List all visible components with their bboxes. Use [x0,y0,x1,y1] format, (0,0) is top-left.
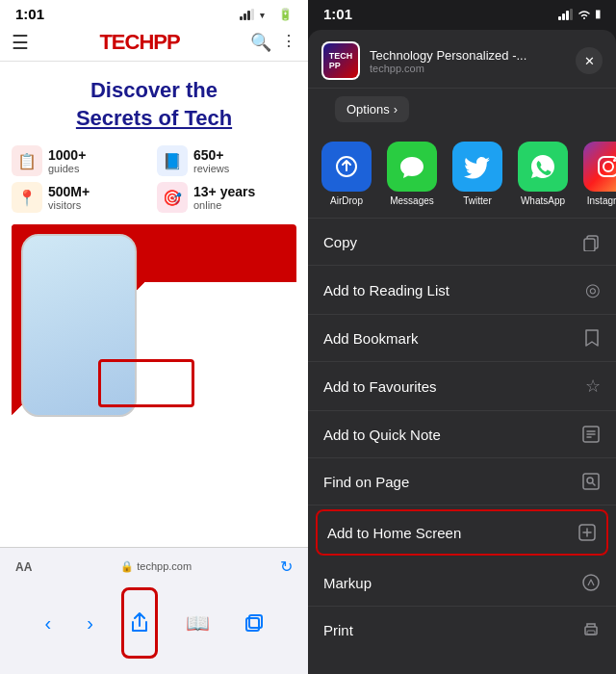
nav-icons: 🔍 ⋮ [250,32,296,53]
svg-rect-10 [570,9,573,20]
right-status-icons: ▮ [558,8,601,20]
svg-rect-16 [584,239,595,251]
close-button[interactable]: ✕ [576,47,603,74]
site-favicon: TECHPP [321,41,360,80]
menu-item-bookmark[interactable]: Add Bookmark [308,315,616,362]
app-icon-messages[interactable]: Messages [387,142,437,206]
reading-list-icon: ◎ [585,279,601,300]
app-icon-instagram[interactable]: Instagram [583,142,616,206]
stats-grid: 📋 1000+ guides 📘 650+ reviews 📍 500M+ vi… [12,145,296,213]
app-icons-row: AirDrop Messages Twitter [308,134,616,219]
stat-visitors: 📍 500M+ visitors [12,182,151,213]
left-panel: 1:01 ▾ 🔋 ☰ TECHPP 🔍 ⋮ Discover the Se [0,0,308,674]
favourites-icon: ☆ [585,376,601,397]
share-site-title: Technology Personalized -... [370,48,566,63]
left-status-bar: 1:01 ▾ 🔋 [0,0,308,26]
stat-guides: 📋 1000+ guides [12,145,151,176]
menu-item-print[interactable]: Print [308,607,616,653]
right-wifi-icon [578,9,591,20]
share-button[interactable] [130,588,149,657]
phone-image [12,224,296,417]
bookmarks-button[interactable]: 📖 [178,608,218,638]
forward-button[interactable]: › [79,609,101,638]
menu-item-markup[interactable]: Markup [308,559,616,607]
options-button[interactable]: Options › [335,96,409,122]
wifi-icon: ▾ [259,9,274,20]
stat-text-visitors: 500M+ visitors [48,184,90,211]
stat-text-guides: 1000+ guides [48,147,86,174]
copy-icon [581,232,601,251]
right-signal-icon [558,9,574,20]
markup-icon [581,573,601,592]
svg-text:▾: ▾ [259,11,265,20]
red-box-annotation [98,359,194,407]
share-site-url: techpp.com [370,63,566,74]
url-bar: AA 🔒 techpp.com ↻ [8,554,300,580]
left-bottom-bar: AA 🔒 techpp.com ↻ ‹ › 📖 [0,547,308,674]
left-status-icons: ▾ 🔋 [240,8,293,21]
left-content: Discover the Secrets of Tech 📋 1000+ gui… [0,62,308,547]
left-status-time: 1:01 [15,6,44,22]
svg-point-21 [583,575,599,590]
stat-icon-guides: 📋 [12,145,42,176]
svg-rect-8 [562,13,565,20]
share-site-info: Technology Personalized -... techpp.com [370,48,566,74]
stat-icon-reviews: 📘 [157,145,188,176]
bookmark-icon [583,328,601,348]
svg-rect-9 [566,11,569,20]
svg-rect-18 [583,474,599,489]
app-icon-whatsapp[interactable]: WhatsApp [518,142,568,206]
search-icon[interactable]: 🔍 [250,32,271,53]
stat-icon-years: 🎯 [157,182,188,213]
instagram-icon-bg [583,142,616,192]
stat-years: 🎯 13+ years online [157,182,296,213]
menu-item-reading-list[interactable]: Add to Reading List ◎ [308,266,616,315]
share-header: TECHPP Technology Personalized -... tech… [308,30,616,89]
menu-list: Copy Add to Reading List ◎ Add Bookmark [308,219,616,674]
svg-rect-7 [558,16,561,20]
favicon-inner: TECHPP [323,43,358,78]
airdrop-label: AirDrop [330,195,363,206]
hamburger-icon[interactable]: ☰ [12,31,29,54]
twitter-icon-bg [452,142,502,192]
find-on-page-icon [581,472,601,491]
svg-rect-5 [246,618,259,631]
right-battery-icon: ▮ [595,8,601,20]
site-logo: TECHPP [99,30,179,55]
stat-icon-visitors: 📍 [12,182,42,213]
menu-item-find-on-page[interactable]: Find on Page [308,458,616,506]
whatsapp-icon-bg [518,142,568,192]
refresh-icon[interactable]: ↻ [280,557,293,576]
svg-rect-2 [247,11,250,20]
stat-reviews: 📘 650+ reviews [157,145,296,176]
stat-text-years: 13+ years online [193,184,255,211]
text-size-control[interactable]: AA [15,560,32,574]
battery-icon: 🔋 [278,8,293,21]
right-panel: 1:01 ▮ TECHPP Technology Personalized -.… [308,0,616,674]
svg-rect-1 [244,13,246,20]
share-sheet: TECHPP Technology Personalized -... tech… [308,30,616,674]
instagram-label: Instagram [587,195,616,206]
stat-text-reviews: 650+ reviews [193,147,229,174]
back-button[interactable]: ‹ [38,609,60,638]
tabs-button[interactable] [238,610,270,635]
menu-item-quick-note[interactable]: Add to Quick Note [308,411,616,458]
menu-item-favourites[interactable]: Add to Favourites ☆ [308,362,616,411]
print-icon [581,620,601,639]
signal-icon [240,9,255,20]
right-status-time: 1:01 [323,6,352,22]
airdrop-icon-bg [321,142,372,192]
menu-item-home-screen[interactable]: Add to Home Screen [316,509,608,556]
menu-item-copy[interactable]: Copy [308,219,616,266]
hero-title: Discover the Secrets of Tech [12,77,296,132]
svg-rect-3 [251,9,254,20]
app-icon-airdrop[interactable]: AirDrop [321,142,372,206]
svg-rect-0 [240,16,243,20]
whatsapp-label: WhatsApp [521,195,565,206]
menu-icon[interactable]: ⋮ [281,32,296,53]
options-section: Options › [308,89,616,134]
quick-note-icon [581,425,601,444]
url-display: 🔒 techpp.com [120,560,192,573]
left-nav-bar: ☰ TECHPP 🔍 ⋮ [0,26,308,62]
app-icon-twitter[interactable]: Twitter [452,142,502,206]
